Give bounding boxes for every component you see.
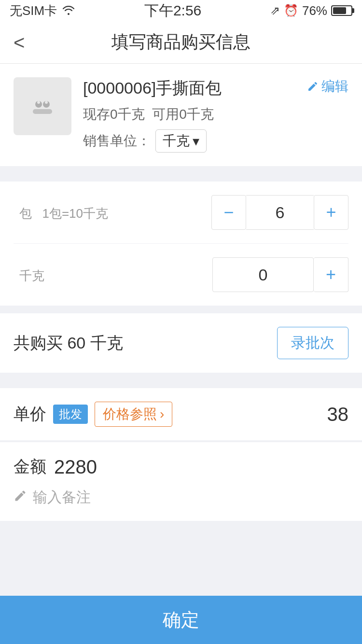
total-section: 共购买 60 千克 录批次	[0, 313, 362, 373]
bag-quantity-input[interactable]	[246, 195, 314, 230]
bag-quantity-row: 包 1包=10千克 − +	[14, 182, 348, 244]
record-batch-button[interactable]: 录批次	[277, 327, 348, 359]
kg-label: 千克	[14, 265, 44, 284]
status-left: 无SIM卡	[10, 2, 75, 19]
amount-label: 金额	[14, 456, 46, 478]
carrier-label: 无SIM卡	[10, 2, 57, 19]
bag-increase-button[interactable]: +	[314, 195, 348, 230]
section-divider-1	[0, 174, 362, 182]
price-left: 单价 批发 价格参照 ›	[14, 402, 172, 427]
svg-point-3	[45, 101, 48, 104]
status-bar: 无SIM卡 下午2:56 ⇗ ⏰ 76%	[0, 0, 362, 21]
price-section: 单价 批发 价格参照 › 38	[0, 388, 362, 440]
product-name: [0000006]手撕面包	[83, 77, 222, 99]
product-card: [0000006]手撕面包 编辑 现存0千克 可用0千克 销售单位： 千克 ▾	[0, 64, 362, 166]
bag-quantity-controls: − +	[211, 195, 348, 230]
kg-increase-button[interactable]: +	[314, 257, 348, 292]
section-divider-2	[0, 373, 362, 380]
battery-icon	[331, 5, 352, 16]
amount-value: 2280	[54, 456, 97, 478]
svg-rect-4	[33, 109, 52, 114]
amount-section: 金额 2280 输入备注	[0, 442, 362, 521]
quantity-section: 包 1包=10千克 − + 千克 +	[0, 182, 362, 306]
kg-quantity-row: 千克 +	[14, 244, 348, 306]
battery-percent: 76%	[302, 3, 327, 18]
pencil-icon	[14, 489, 27, 506]
amount-row: 金额 2280	[14, 456, 348, 478]
price-ref-arrow-icon: ›	[160, 406, 164, 422]
price-value: 38	[327, 404, 349, 425]
kg-quantity-input[interactable]	[212, 257, 314, 292]
product-unit-row: 销售单位： 千克 ▾	[83, 129, 348, 153]
total-label: 共购买 60 千克	[14, 332, 123, 354]
svg-point-2	[37, 101, 40, 104]
wholesale-tag: 批发	[53, 405, 88, 424]
confirm-button[interactable]: 确定	[0, 596, 362, 644]
remark-row[interactable]: 输入备注	[14, 488, 348, 507]
price-reference-button[interactable]: 价格参照 ›	[95, 402, 172, 427]
bag-decrease-button[interactable]: −	[211, 195, 246, 230]
status-right: ⇗ ⏰ 76%	[270, 3, 352, 18]
kg-quantity-controls: +	[212, 257, 348, 292]
status-time: 下午2:56	[144, 1, 201, 21]
bag-label: 包 1包=10千克	[14, 203, 108, 222]
remark-placeholder[interactable]: 输入备注	[33, 488, 91, 507]
product-image	[14, 77, 71, 135]
wifi-icon	[62, 3, 75, 18]
unit-dropdown-icon: ▾	[193, 133, 199, 149]
page-title: 填写商品购买信息	[111, 30, 251, 54]
edit-button[interactable]: 编辑	[307, 77, 348, 96]
product-info: [0000006]手撕面包 编辑 现存0千克 可用0千克 销售单位： 千克 ▾	[83, 77, 348, 153]
alarm-icon: ⏰	[284, 4, 298, 17]
location-icon: ⇗	[270, 4, 280, 17]
nav-bar: < 填写商品购买信息	[0, 21, 362, 64]
price-label: 单价	[14, 403, 46, 425]
product-stock: 现存0千克 可用0千克	[83, 105, 348, 124]
back-button[interactable]: <	[14, 33, 25, 52]
unit-selector[interactable]: 千克 ▾	[155, 129, 207, 153]
